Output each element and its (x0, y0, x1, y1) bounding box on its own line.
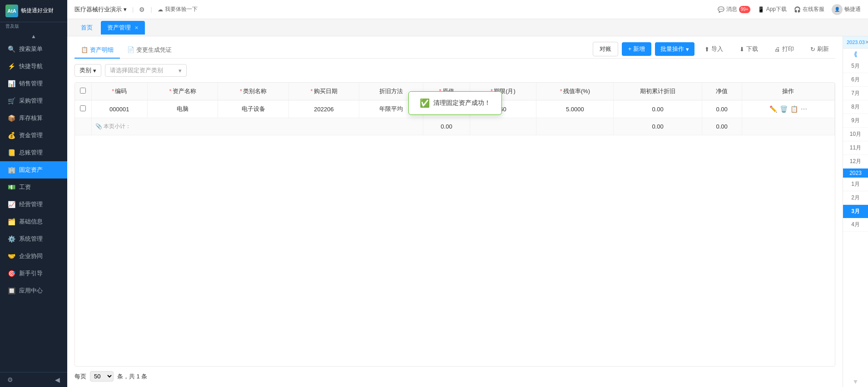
sidebar-item-quicknav[interactable]: ⚡ 快捷导航 (0, 58, 67, 75)
sidebar-nav: ▲ 🔍 搜索菜单 ⚡ 快捷导航 📊 销售管理 🛒 采购管理 📦 库存核算 💰 资… (0, 32, 67, 372)
toolbar-actions: 对账 + 新增 批量操作 ▾ ⬆ 导入 ⬇ 下载 🖨 (593, 42, 835, 58)
sidebar-item-search[interactable]: 🔍 搜索菜单 (0, 40, 67, 58)
timeline-year-2023[interactable]: 2023 (843, 169, 868, 178)
timeline-month-4[interactable]: 4月 (843, 218, 868, 232)
experience-link[interactable]: ☁ 我要体验一下 (158, 5, 198, 13)
divider2: | (150, 6, 152, 13)
row-name: 电脑 (147, 100, 218, 118)
sidebar-item-purchase[interactable]: 🛒 采购管理 (0, 92, 67, 109)
sidebar-item-system[interactable]: ⚙️ 系统管理 (0, 230, 67, 248)
refresh-icon: ↻ (810, 46, 815, 53)
cart-icon: 🛒 (7, 97, 15, 104)
company-name: 医疗器械行业演示 (74, 5, 122, 14)
batch-button[interactable]: 批量操作 ▾ (655, 42, 694, 56)
sidebar-item-basic[interactable]: 🗂️ 基础信息 (0, 213, 67, 230)
row-code: 000001 (91, 100, 147, 118)
edit-icon[interactable]: ✏️ (769, 105, 777, 113)
download-button[interactable]: ⬇ 下载 (733, 42, 764, 56)
header-purchase-date: *购买日期 (288, 83, 359, 100)
delete-icon[interactable]: 🗑️ (780, 105, 788, 113)
copy-icon[interactable]: 📋 (790, 105, 798, 113)
row-purchase-date: 202206 (288, 100, 359, 118)
sub-tab-voucher[interactable]: 📄 变更生成凭证 (121, 42, 178, 59)
sidebar-item-inventory[interactable]: 📦 库存核算 (0, 109, 67, 127)
row-net-value: 0.00 (702, 100, 742, 118)
settings-icon[interactable]: ⚙ (7, 376, 13, 383)
timeline-month-7[interactable]: 7月 (843, 87, 868, 100)
chart-icon: 📊 (7, 80, 15, 87)
timeline-month-9[interactable]: 9月 (843, 114, 868, 128)
more-icon[interactable]: ⋯ (801, 105, 807, 113)
sidebar-item-collab[interactable]: 🤝 企业协同 (0, 248, 67, 265)
timeline-month-1[interactable]: 1月 (843, 178, 868, 191)
timeline-month-3-active[interactable]: 3月 (843, 205, 868, 218)
avatar: 👤 (832, 4, 843, 15)
app-download-btn[interactable]: 📱 App下载 (758, 5, 787, 13)
sidebar-item-finance[interactable]: 💰 资金管理 (0, 127, 67, 144)
timeline-month-11[interactable]: 11月 (843, 141, 868, 155)
building-icon: 🏢 (7, 166, 15, 174)
timeline-expand-icon[interactable]: ⟪ (852, 49, 859, 60)
tab-asset[interactable]: 资产管理 ✕ (101, 21, 145, 35)
user-menu[interactable]: 👤 畅捷通 (832, 4, 861, 15)
online-service-btn[interactable]: 🎧 在线客服 (794, 5, 824, 13)
timeline-month-6[interactable]: 6月 (843, 73, 868, 87)
sub-tab-detail[interactable]: 📋 资产明细 (74, 42, 120, 59)
collapse-icon[interactable]: ◀ (55, 376, 60, 383)
tab-home[interactable]: 首页 (74, 21, 99, 35)
print-button[interactable]: 🖨 打印 (768, 42, 800, 56)
sidebar-bottom: ⚙ ◀ (0, 372, 67, 387)
sidebar-item-payroll[interactable]: 💵 工资 (0, 179, 67, 196)
header-action: 操作 (742, 83, 835, 100)
money-icon: 💰 (7, 132, 15, 139)
category-select[interactable]: 类别 ▾ (74, 64, 101, 77)
topbar-gear-icon[interactable]: ⚙ (139, 6, 145, 13)
box-icon: 📦 (7, 114, 15, 122)
filter-row: 类别 ▾ 请选择固定资产类别 ▾ (74, 64, 835, 77)
sidebar-item-ops[interactable]: 📈 经营管理 (0, 196, 67, 213)
chevron-down-icon: ▾ (93, 67, 96, 74)
timeline-down-icon[interactable]: ▼ (851, 376, 861, 387)
guide-icon: 🎯 (7, 270, 15, 277)
refresh-button[interactable]: ↻ 刷新 (804, 42, 835, 56)
sidebar-item-apps[interactable]: 🔲 应用中心 (0, 282, 67, 299)
sidebar-item-guide[interactable]: 🎯 新手引导 (0, 265, 67, 282)
select-all-checkbox[interactable] (80, 88, 86, 94)
chevron-down-icon: ▾ (686, 46, 689, 53)
messages-btn[interactable]: 💬 消息 99+ (718, 5, 750, 13)
import-icon: ⬆ (704, 46, 709, 53)
lightning-icon: ⚡ (7, 63, 15, 70)
sidebar-item-fixed[interactable]: 🏢 固定资产 (0, 161, 67, 179)
company-selector[interactable]: 医疗器械行业演示 ▾ (74, 5, 127, 14)
new-button[interactable]: + 新增 (622, 42, 651, 56)
scroll-up-arrow[interactable]: ▲ (0, 32, 67, 40)
check-circle-icon: ✅ (420, 98, 430, 108)
row-select-checkbox[interactable] (80, 105, 86, 111)
main-area: 医疗器械行业演示 ▾ | ⚙ | ☁ 我要体验一下 💬 消息 99+ 📱 App… (67, 0, 868, 387)
sidebar-item-ledger[interactable]: 📒 总账管理 (0, 144, 67, 161)
timeline-scroll: 5月 6月 7月 8月 9月 10月 11月 12月 2023 1月 2月 3月… (843, 60, 868, 376)
timeline-month-10[interactable]: 10月 (843, 128, 868, 141)
tabbar: 首页 资产管理 ✕ (67, 19, 868, 36)
timeline-month-5[interactable]: 5月 (843, 60, 868, 73)
apps-icon: 🔲 (7, 287, 15, 294)
timeline-month-12[interactable]: 12月 (843, 155, 868, 169)
timeline-month-2[interactable]: 2月 (843, 191, 868, 205)
timeline-close-icon[interactable]: ✕ (865, 39, 868, 45)
page-size-select[interactable]: 50 100 200 (90, 371, 114, 382)
download-icon: 📱 (758, 6, 764, 13)
tab-close-icon[interactable]: ✕ (134, 25, 139, 30)
timeline-month-8[interactable]: 8月 (843, 100, 868, 114)
row-category: 电子设备 (218, 100, 288, 118)
doc-icon: 📄 (127, 46, 134, 53)
reconcile-button[interactable]: 对账 (593, 42, 618, 56)
row-checkbox (75, 100, 91, 118)
import-button[interactable]: ⬆ 导入 (698, 42, 729, 56)
subtotal-original: 0.00 (423, 118, 470, 135)
ops-icon: 📈 (7, 201, 15, 208)
header-name: *资产名称 (147, 83, 218, 100)
category-input[interactable]: 请选择固定资产类别 ▾ (105, 64, 187, 77)
sidebar-item-label: 经营管理 (19, 200, 43, 208)
timeline-header: 2023.03 ✕ (843, 36, 868, 49)
sidebar-item-sales[interactable]: 📊 销售管理 (0, 75, 67, 92)
